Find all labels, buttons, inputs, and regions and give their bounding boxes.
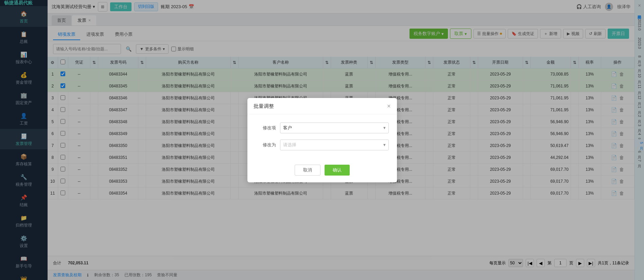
modal-header: 批量调整 × — [247, 98, 397, 114]
chevron-down-icon: ▾ — [383, 142, 386, 147]
modal-body: 修改项 客户 ▾ 修改为 请选择 ▾ — [247, 114, 397, 162]
modify-to-placeholder: 请选择 — [283, 142, 296, 148]
modal-footer: 取消 确认 — [247, 162, 397, 182]
modal-row-modify-to: 修改为 请选择 ▾ — [256, 139, 389, 150]
modify-field-select[interactable]: 客户 ▾ — [280, 122, 389, 133]
modify-to-label: 修改为 — [256, 142, 276, 148]
modify-label: 修改项 — [256, 125, 276, 131]
modal-overlay: 批量调整 × 修改项 客户 ▾ 修改为 请选择 ▾ 取消 确认 — [0, 0, 644, 280]
chevron-down-icon: ▾ — [383, 125, 386, 130]
cancel-button[interactable]: 取消 — [295, 165, 320, 176]
modify-to-select[interactable]: 请选择 ▾ — [280, 139, 389, 150]
confirm-button[interactable]: 确认 — [325, 165, 350, 176]
batch-adjust-modal: 批量调整 × 修改项 客户 ▾ 修改为 请选择 ▾ 取消 确认 — [247, 98, 397, 182]
modal-close-button[interactable]: × — [387, 103, 391, 110]
modal-title: 批量调整 — [254, 103, 274, 110]
modal-row-modify: 修改项 客户 ▾ — [256, 122, 389, 133]
